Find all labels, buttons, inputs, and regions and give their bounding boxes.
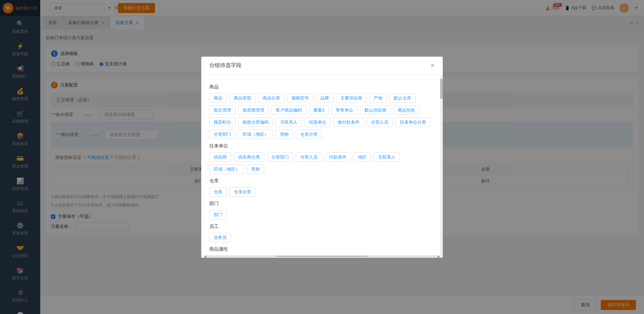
field-grid-3: 部门: [209, 210, 435, 219]
field-tag-0-21[interactable]: 往来单位分类: [395, 118, 430, 127]
scroll-thumb: [440, 79, 443, 99]
field-grid-1: 供应商供应商分类分管部门分管人员付款条件地区主联系人区域（地区）简称: [209, 152, 435, 174]
field-tag-4-0[interactable]: 业务员: [209, 233, 231, 242]
modal-body: 商品商品商品类型商品分类规格型号品牌主要供应商产地默认仓库批次管理保质期管理客户…: [201, 75, 443, 255]
modal-section-title-2: 仓库: [209, 178, 435, 184]
field-tag-1-2[interactable]: 分管部门: [267, 152, 293, 162]
modal-section-title-0: 商品: [209, 84, 435, 90]
field-tag-0-22[interactable]: 分管部门: [209, 130, 235, 139]
field-tag-0-20[interactable]: 分管人员: [367, 118, 393, 127]
field-tag-1-1[interactable]: 供应商分类: [234, 152, 264, 162]
scroll-right-arrow[interactable]: ▶: [437, 254, 440, 259]
field-tag-0-6[interactable]: 产地: [369, 93, 387, 103]
modal-section-title-5: 商品属性: [209, 246, 435, 252]
field-tag-0-4[interactable]: 品牌: [316, 93, 333, 103]
field-tag-0-5[interactable]: 主要供应商: [336, 93, 367, 103]
field-tag-1-0[interactable]: 供应商: [209, 152, 231, 162]
field-tag-0-16[interactable]: 税收分类编码: [238, 118, 273, 127]
horizontal-scrollbar[interactable]: ◀ ▶: [201, 255, 443, 258]
field-tag-0-11[interactable]: 重量3: [309, 106, 329, 115]
modal-section-title-3: 部门: [209, 201, 435, 207]
field-tag-1-3[interactable]: 分管人员: [296, 152, 322, 162]
scroll-track: [208, 256, 436, 257]
field-tag-3-0[interactable]: 部门: [209, 210, 227, 219]
field-tag-0-17[interactable]: 主联系人: [276, 118, 302, 127]
modal-close-icon[interactable]: ✕: [430, 62, 435, 69]
field-tag-0-2[interactable]: 商品分类: [258, 93, 284, 103]
modal-section-title-4: 员工: [209, 224, 435, 230]
field-tag-0-14[interactable]: 商品别名: [393, 106, 420, 115]
modal-section-title-1: 往来单位: [209, 143, 435, 149]
field-tag-1-6[interactable]: 主联系人: [374, 152, 400, 162]
field-tag-0-12[interactable]: 零售单位: [331, 106, 358, 115]
field-tag-2-1[interactable]: 仓库分类: [229, 187, 256, 197]
field-tag-0-23[interactable]: 区域（地区）: [238, 130, 273, 139]
field-tag-0-8[interactable]: 批次管理: [209, 106, 235, 115]
field-tag-0-1[interactable]: 商品类型: [229, 93, 256, 103]
field-tag-0-7[interactable]: 默认仓库: [389, 93, 416, 103]
field-tag-0-18[interactable]: 结算单位: [305, 118, 331, 127]
modal-header: 分组待选字段 ✕: [201, 57, 443, 75]
field-tag-1-8[interactable]: 简称: [247, 165, 264, 174]
modal: 分组待选字段 ✕ 商品商品商品类型商品分类规格型号品牌主要供应商产地默认仓库批次…: [201, 57, 443, 258]
field-tag-0-13[interactable]: 默认供应商: [360, 106, 391, 115]
modal-overlay[interactable]: 分组待选字段 ✕ 商品商品商品类型商品分类规格型号品牌主要供应商产地默认仓库批次…: [0, 0, 644, 314]
field-tag-2-0[interactable]: 仓库: [209, 187, 227, 197]
field-tag-0-25[interactable]: 仓库分类: [296, 130, 322, 139]
field-tag-1-5[interactable]: 地区: [354, 152, 371, 162]
field-grid-0: 商品商品类型商品分类规格型号品牌主要供应商产地默认仓库批次管理保质期管理客户商品…: [209, 93, 435, 139]
field-tag-1-7[interactable]: 区域（地区）: [209, 165, 244, 174]
field-tag-0-15[interactable]: 拣货积分: [209, 118, 235, 127]
field-tag-0-24[interactable]: 简称: [276, 130, 293, 139]
field-tag-0-19[interactable]: 收付款条件: [333, 118, 364, 127]
vertical-scrollbar[interactable]: [440, 75, 443, 258]
modal-title: 分组待选字段: [209, 62, 241, 69]
field-tag-0-10[interactable]: 客户商品编码: [271, 106, 306, 115]
field-tag-1-4[interactable]: 付款条件: [325, 152, 351, 162]
field-grid-4: 业务员: [209, 233, 435, 242]
field-tag-0-3[interactable]: 规格型号: [287, 93, 313, 103]
field-tag-0-0[interactable]: 商品: [209, 93, 227, 103]
scroll-thumb-h: [276, 256, 368, 257]
field-grid-2: 仓库仓库分类: [209, 187, 435, 197]
scroll-left-arrow[interactable]: ◀: [204, 254, 207, 259]
field-tag-0-9[interactable]: 保质期管理: [238, 106, 269, 115]
